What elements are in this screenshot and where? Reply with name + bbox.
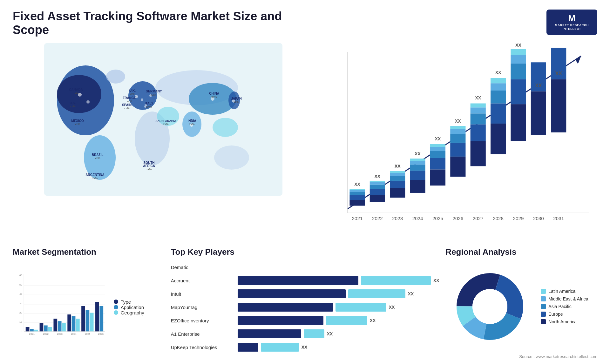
player-name-mapyourtag: MapYourTag (171, 305, 234, 310)
player-bar-dark-intuit (238, 289, 346, 298)
svg-rect-151 (40, 323, 44, 332)
svg-text:10: 10 (19, 320, 22, 323)
page-title: Fixed Asset Tracking Software Market Siz… (13, 10, 299, 37)
svg-text:2027: 2027 (473, 216, 484, 221)
svg-text:2028: 2028 (493, 216, 504, 221)
donut-container: Latin America Middle East & Africa Asia … (445, 262, 597, 351)
svg-rect-83 (410, 158, 425, 161)
legend-north-america: North America (541, 319, 588, 324)
svg-text:U.K.: U.K. (129, 89, 136, 92)
svg-rect-148 (30, 329, 34, 332)
players-list: Dematic Accruent XX Intuit XX (171, 262, 439, 352)
svg-rect-159 (67, 314, 71, 331)
svg-text:xx%: xx% (127, 100, 132, 103)
svg-rect-152 (44, 326, 48, 332)
player-row-ezofficeinventory: EZOfficeInventory XX (171, 315, 439, 326)
player-row-accruent: Accruent XX (171, 275, 439, 286)
segmentation-content: 0 10 20 30 40 50 60 (13, 262, 165, 352)
svg-text:20: 20 (19, 311, 22, 314)
legend-geography: Geography (114, 310, 165, 315)
player-bar-dark-a1enterprise (238, 329, 301, 338)
legend-label-asia-pacific: Asia Pacific (548, 304, 571, 309)
svg-text:CHINA: CHINA (209, 92, 219, 95)
player-name-accruent: Accruent (171, 278, 234, 283)
svg-text:ITALY: ITALY (145, 102, 153, 105)
legend-type: Type (114, 299, 165, 305)
svg-rect-81 (410, 165, 425, 171)
svg-text:50: 50 (19, 284, 22, 286)
svg-text:2023: 2023 (57, 333, 63, 336)
logo-letter: M (568, 13, 575, 24)
svg-text:2030: 2030 (533, 216, 544, 221)
svg-rect-107 (491, 78, 506, 83)
player-val-mapyourtag: XX (389, 305, 395, 310)
svg-text:XX: XX (395, 164, 401, 169)
svg-rect-100 (471, 107, 486, 113)
player-row-a1enterprise: A1 Enterprise XX (171, 329, 439, 339)
legend-dot-geography (114, 310, 118, 315)
svg-rect-86 (430, 158, 445, 169)
player-bar-intuit: XX (238, 289, 439, 299)
svg-point-13 (214, 145, 249, 170)
svg-rect-117 (551, 79, 566, 132)
svg-rect-112 (511, 55, 526, 64)
logo: M MARKET RESEARCH INTELLECT (546, 10, 597, 35)
svg-rect-75 (390, 176, 405, 181)
legend-label-type: Type (121, 299, 131, 305)
players-title: Top Key Players (171, 247, 439, 257)
svg-rect-61 (349, 200, 365, 206)
svg-text:xx%: xx% (124, 107, 130, 110)
regional-section: Regional Analysis (445, 247, 597, 359)
svg-rect-101 (471, 104, 486, 108)
svg-rect-113 (511, 49, 526, 55)
player-name-intuit: Intuit (171, 291, 234, 297)
svg-text:CANADA: CANADA (69, 88, 83, 91)
svg-text:xx%: xx% (189, 123, 195, 126)
legend-color-north-america (541, 319, 546, 324)
player-bar-light-a1enterprise (304, 329, 324, 338)
svg-text:2021: 2021 (29, 333, 35, 336)
svg-rect-77 (390, 171, 405, 173)
svg-rect-89 (430, 144, 445, 147)
player-row-upkeep: UpKeep Technologies XX (171, 342, 439, 352)
svg-text:XX: XX (415, 151, 421, 156)
svg-text:U.S.: U.S. (70, 101, 76, 105)
svg-text:XX: XX (495, 70, 501, 75)
player-bar-accruent: XX (238, 275, 439, 286)
svg-text:xx%: xx% (130, 92, 135, 96)
svg-rect-168 (99, 306, 103, 332)
legend-application: Application (114, 305, 165, 310)
player-name-a1enterprise: A1 Enterprise (171, 331, 234, 337)
players-section: Top Key Players Dematic Accruent XX Intu… (171, 247, 439, 359)
map-container: CANADA xx% U.S. xx% MEXICO xx% BRAZIL xx… (13, 43, 314, 196)
player-bar-dark-mapyourtag (238, 303, 333, 312)
donut-legend: Latin America Middle East & Africa Asia … (541, 289, 588, 324)
svg-text:2025: 2025 (85, 333, 91, 336)
svg-rect-155 (53, 319, 57, 332)
svg-rect-62 (349, 195, 365, 200)
donut-chart-svg (445, 262, 534, 351)
svg-rect-68 (370, 189, 385, 195)
legend-europe: Europe (541, 312, 588, 317)
svg-rect-97 (471, 141, 486, 166)
world-map-area: CANADA xx% U.S. xx% MEXICO xx% BRAZIL xx… (13, 43, 314, 238)
svg-rect-160 (72, 316, 76, 332)
svg-rect-93 (450, 134, 465, 143)
svg-rect-76 (390, 173, 405, 176)
player-bar-a1enterprise: XX (238, 329, 439, 339)
svg-text:xx%: xx% (163, 123, 169, 126)
svg-text:2026: 2026 (98, 333, 104, 336)
top-section: CANADA xx% U.S. xx% MEXICO xx% BRAZIL xx… (13, 43, 597, 238)
legend-label-europe: Europe (548, 312, 563, 317)
svg-text:XX: XX (515, 43, 521, 48)
svg-rect-70 (370, 182, 385, 185)
svg-rect-103 (491, 124, 506, 154)
player-bar-dark-ezofficeinventory (238, 316, 323, 325)
svg-text:0: 0 (21, 330, 22, 333)
svg-text:xx%: xx% (70, 105, 76, 108)
svg-text:XX: XX (475, 95, 481, 100)
player-val-upkeep: XX (302, 345, 308, 350)
svg-rect-98 (471, 124, 486, 141)
player-bar-dematic (238, 262, 439, 272)
svg-rect-99 (471, 113, 486, 124)
